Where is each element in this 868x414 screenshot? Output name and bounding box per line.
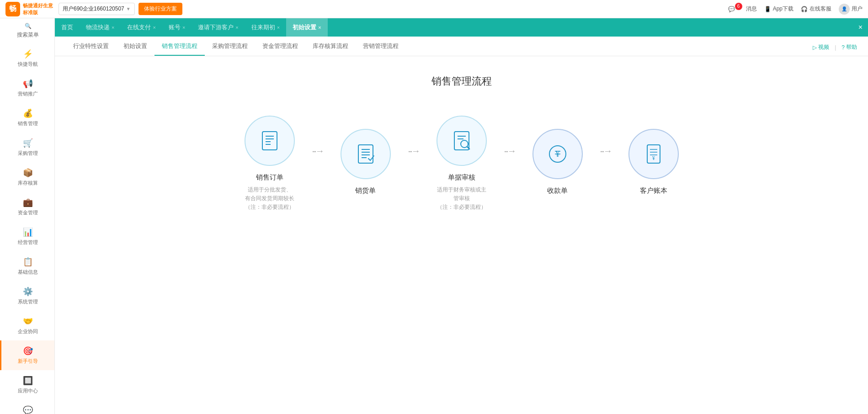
account-book-icon: ¥: [642, 142, 666, 166]
close-icon[interactable]: ×: [235, 25, 238, 30]
megaphone-icon: 📢: [23, 79, 33, 89]
app-download-item[interactable]: 📱 App下载: [764, 5, 793, 13]
trial-button[interactable]: 体验行业方案: [138, 3, 182, 15]
flow-step-account-book: ¥ 客户账本: [617, 129, 690, 199]
top-bar-right: 💬 6 消息 📱 App下载 🎧 在线客服 👤 用户: [728, 4, 863, 15]
sales-order-icon: [258, 129, 282, 153]
logo-area: 畅 畅捷通好生意 标准版: [5, 2, 55, 16]
help-link[interactable]: ? 帮助: [841, 43, 857, 51]
subtab-initial[interactable]: 初始设置: [116, 37, 154, 56]
user-item[interactable]: 👤 用户: [839, 4, 863, 15]
step-circle-receipt[interactable]: ¥: [533, 129, 583, 179]
step-desc-sales-order: 适用于分批发货、有合同发货周期较长（注：非必要流程）: [245, 186, 294, 212]
sidebar: 🔍 搜索菜单 ⚡ 快捷导航 📢 营销推广 💰 销售管理 🛒 采购管理 📦: [0, 18, 55, 414]
chart-icon: 📊: [23, 227, 33, 237]
flow-step-sales-order: 销售订单 适用于分批发货、有合同发货周期较长（注：非必要流程）: [233, 116, 306, 212]
search-icon: 🔍: [25, 23, 32, 29]
subtab-marketing-flow[interactable]: 营销管理流程: [356, 37, 406, 56]
subtab-purchase-flow[interactable]: 采购管理流程: [205, 37, 255, 56]
gear-icon: ⚙️: [23, 287, 33, 297]
step-name-account-book: 客户账本: [640, 186, 667, 195]
svg-text:¥: ¥: [652, 155, 655, 161]
tab-initial-setup[interactable]: 初始设置 ×: [286, 18, 327, 37]
lightning-icon: ⚡: [23, 49, 33, 59]
tab-invite[interactable]: 邀请下游客户 ×: [192, 18, 245, 37]
step-circle-audit[interactable]: [437, 116, 487, 166]
sidebar-item-quicknav[interactable]: ⚡ 快捷导航: [0, 43, 54, 73]
list-icon: 📋: [23, 257, 33, 267]
close-all-button[interactable]: ×: [853, 23, 868, 32]
sidebar-item-search[interactable]: 🔍 搜索菜单: [0, 18, 54, 43]
chevron-down-icon: ▼: [126, 6, 131, 11]
handshake-icon: 🤝: [23, 316, 33, 326]
video-link[interactable]: ▷ 视频: [813, 43, 829, 51]
close-icon[interactable]: ×: [182, 25, 185, 30]
target-icon: 🎯: [23, 346, 33, 356]
avatar: 👤: [839, 4, 850, 15]
flow-step-audit: 单据审核 适用于财务审核或主管审核（注：非必要流程）: [425, 116, 498, 212]
box-icon: 📦: [23, 168, 33, 178]
step-name-invoice: 销货单: [355, 186, 376, 195]
flow-title: 销售管理流程: [431, 74, 492, 88]
cart-icon: 🛒: [23, 138, 33, 148]
step-desc-audit: 适用于财务审核或主管审核（注：非必要流程）: [437, 186, 486, 212]
tab-home[interactable]: 首页: [55, 18, 80, 37]
step-circle-sales-order[interactable]: [245, 116, 295, 166]
flow-step-invoice: 销货单: [329, 129, 402, 199]
message-badge: 6: [735, 3, 742, 10]
sidebar-item-purchase[interactable]: 🛒 采购管理: [0, 133, 54, 162]
flow-arrow-3: ···→: [498, 146, 521, 156]
headset-icon: 🎧: [801, 6, 808, 12]
step-name-receipt: 收款单: [547, 186, 568, 195]
sub-tabs-bar: 行业特性设置 初始设置 销售管理流程 采购管理流程 资金管理流程 库存核算流程: [55, 37, 868, 56]
play-icon: ▷: [813, 44, 817, 51]
grid-icon: 🔲: [23, 376, 33, 386]
wechat-icon: 💬: [23, 405, 33, 414]
tab-logistics[interactable]: 物流快递 ×: [80, 18, 121, 37]
flow-steps: 销售订单 适用于分批发货、有合同发货周期较长（注：非必要流程） ···→: [233, 116, 690, 212]
subtab-industry[interactable]: 行业特性设置: [66, 37, 116, 56]
step-name-audit: 单据审核: [448, 173, 475, 182]
money-icon: 💰: [23, 108, 33, 118]
subtab-finance-flow[interactable]: 资金管理流程: [255, 37, 305, 56]
close-icon[interactable]: ×: [318, 25, 321, 30]
sidebar-item-marketing[interactable]: 📢 营销推广: [0, 73, 54, 103]
sidebar-item-operation[interactable]: 📊 经营管理: [0, 222, 54, 251]
subtab-sales-flow[interactable]: 销售管理流程: [154, 37, 205, 56]
sidebar-item-guide[interactable]: 🎯 新手引导: [0, 340, 54, 370]
flow-arrow-4: ···→: [594, 146, 617, 156]
step-circle-invoice[interactable]: [341, 129, 391, 179]
close-icon[interactable]: ×: [277, 25, 280, 30]
flow-arrow-2: ···→: [402, 146, 425, 156]
message-icon: 💬: [728, 6, 735, 12]
sidebar-item-basic[interactable]: 📋 基础信息: [0, 251, 54, 281]
sidebar-item-sales[interactable]: 💰 销售管理: [0, 103, 54, 133]
close-icon[interactable]: ×: [153, 25, 155, 30]
sidebar-item-wechat[interactable]: 💬 企业微信: [0, 400, 54, 414]
sidebar-item-appcenter[interactable]: 🔲 应用中心: [0, 370, 54, 400]
sidebar-item-finance[interactable]: 💼 资金管理: [0, 192, 54, 222]
user-selector[interactable]: 用户690企业1660120507 ▼: [59, 3, 135, 15]
svg-rect-0: [262, 132, 277, 150]
service-item[interactable]: 🎧 在线客服: [801, 5, 831, 13]
sub-tab-actions: ▷ 视频 | ? 帮助: [813, 43, 857, 56]
close-icon[interactable]: ×: [112, 25, 114, 30]
message-item[interactable]: 💬 6 消息: [728, 5, 757, 13]
main-area: 🔍 搜索菜单 ⚡ 快捷导航 📢 营销推广 💰 销售管理 🛒 采购管理 📦: [0, 18, 868, 414]
flow-step-receipt: ¥ 收款单: [521, 129, 594, 199]
receipt-icon: ¥: [546, 142, 570, 166]
step-name-sales-order: 销售订单: [256, 173, 283, 182]
sidebar-item-system[interactable]: ⚙️ 系统管理: [0, 281, 54, 311]
step-circle-account-book[interactable]: ¥: [628, 129, 679, 179]
tab-period[interactable]: 往来期初 ×: [245, 18, 286, 37]
question-icon: ?: [841, 44, 845, 51]
tab-account[interactable]: 账号 ×: [162, 18, 192, 37]
sidebar-item-inventory[interactable]: 📦 库存核算: [0, 162, 54, 192]
briefcase-icon: 💼: [23, 197, 33, 207]
sidebar-item-collab[interactable]: 🤝 企业协同: [0, 311, 54, 340]
subtab-inventory-flow[interactable]: 库存核算流程: [305, 37, 356, 56]
flow-arrow-1: ···→: [306, 146, 329, 156]
phone-icon: 📱: [764, 6, 771, 12]
content-area: 首页 物流快递 × 在线支付 × 账号 × 邀请下游客户 ×: [55, 18, 868, 414]
tab-payment[interactable]: 在线支付 ×: [121, 18, 162, 37]
